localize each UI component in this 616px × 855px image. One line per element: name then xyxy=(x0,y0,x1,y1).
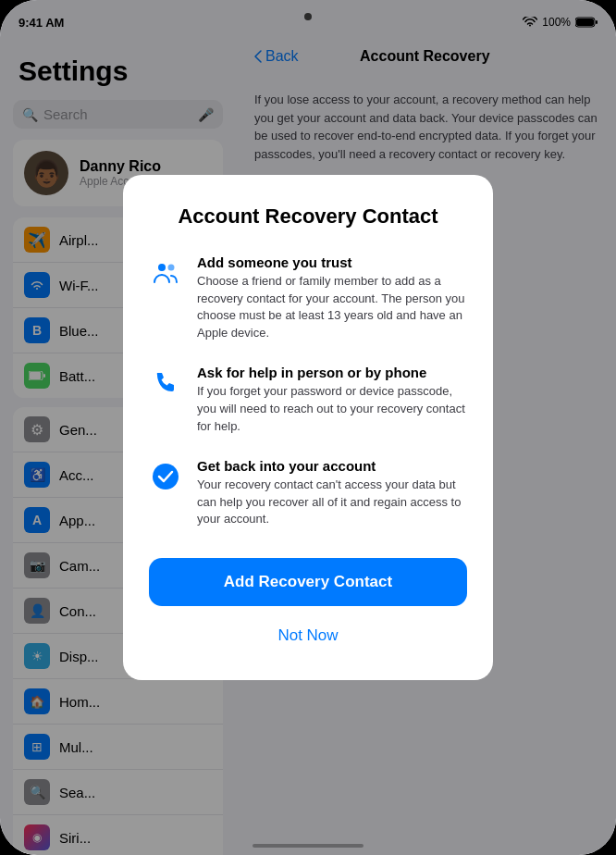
modal-backdrop: Account Recovery Contact Add xyxy=(0,0,616,855)
svg-rect-1 xyxy=(576,19,594,26)
svg-point-8 xyxy=(153,464,179,489)
modal-card: Account Recovery Contact Add xyxy=(123,175,493,680)
svg-rect-2 xyxy=(596,20,598,24)
feature-item: Get back into your account Your recovery… xyxy=(149,458,467,529)
feature-desc: Choose a friend or family member to add … xyxy=(197,273,467,342)
people-icon xyxy=(149,256,182,290)
feature-text: Get back into your account Your recovery… xyxy=(197,458,467,529)
feature-list: Add someone you trust Choose a friend or… xyxy=(149,254,467,528)
feature-title: Add someone you trust xyxy=(197,254,467,270)
feature-title: Ask for help in person or by phone xyxy=(197,365,467,380)
status-time: 9:41 AM xyxy=(18,16,64,30)
feature-text: Add someone you trust Choose a friend or… xyxy=(197,254,467,342)
feature-title: Get back into your account xyxy=(197,458,467,474)
feature-item: Add someone you trust Choose a friend or… xyxy=(149,254,467,342)
feature-text: Ask for help in person or by phone If yo… xyxy=(197,365,467,436)
add-recovery-contact-button[interactable]: Add Recovery Contact xyxy=(149,558,467,606)
feature-desc: If you forget your password or device pa… xyxy=(197,383,467,436)
svg-point-6 xyxy=(158,264,166,271)
battery-text: 100% xyxy=(542,16,571,29)
not-now-button[interactable]: Not Now xyxy=(149,617,467,654)
status-icons: 100% xyxy=(523,16,598,29)
phone-icon xyxy=(149,366,182,400)
wifi-icon xyxy=(523,17,537,28)
battery-icon xyxy=(575,17,598,28)
ipad-frame: 9:41 AM 100% xyxy=(0,0,616,855)
feature-desc: Your recovery contact can't access your … xyxy=(197,477,467,529)
svg-point-7 xyxy=(168,264,175,270)
front-camera xyxy=(304,13,312,20)
modal-title: Account Recovery Contact xyxy=(149,204,467,229)
status-right: 100% xyxy=(523,16,598,29)
checkmark-icon xyxy=(149,460,182,493)
feature-item: Ask for help in person or by phone If yo… xyxy=(149,365,467,436)
